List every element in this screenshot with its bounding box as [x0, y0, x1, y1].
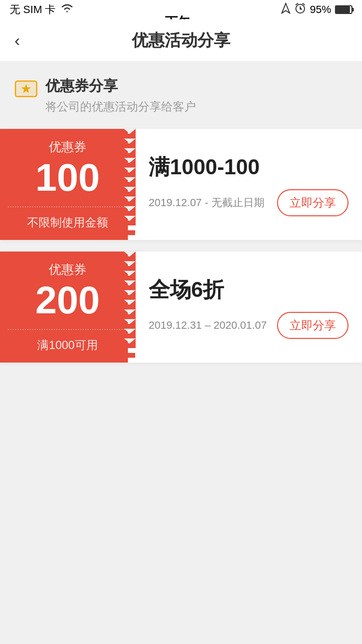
coupon-name: 满1000-100: [149, 153, 348, 182]
coupon-condition: 满1000可用: [37, 337, 97, 353]
svg-rect-10: [124, 252, 136, 348]
status-right: 95%: [281, 2, 352, 17]
share-button[interactable]: 立即分享: [277, 312, 348, 339]
status-left: 无 SIM 卡: [10, 2, 74, 17]
coupon-label: 优惠券: [49, 261, 86, 278]
coupon-card: 优惠券 200 满1000可用 全场6折 2019.12.31 – 2020.0…: [0, 252, 362, 363]
alarm-icon: [294, 2, 306, 17]
coupon-date: 2019.12.31 – 2020.01.07: [149, 319, 271, 332]
coupon-name: 全场6折: [149, 276, 348, 304]
coupon-card: 优惠券 100 不限制使用金额 满1000-100 2019.12.07 - 无…: [0, 129, 362, 240]
coupon-right: 全场6折 2019.12.31 – 2020.01.07 立即分享: [135, 252, 362, 363]
coupon-share-icon: [14, 77, 38, 100]
coupon-edge-svg: [124, 252, 136, 348]
coupon-left: 优惠券 100 不限制使用金额: [0, 129, 135, 240]
section-title: 优惠券分享: [45, 76, 196, 96]
battery-icon: [335, 5, 352, 14]
location-icon: [281, 2, 291, 17]
section-subtitle: 将公司的优惠活动分享给客户: [45, 99, 196, 114]
back-button[interactable]: ‹: [14, 31, 20, 50]
coupon-amount: 100: [35, 158, 99, 197]
section-text-block: 优惠券分享 将公司的优惠活动分享给客户: [45, 76, 196, 114]
status-bar: 无 SIM 卡 下午3:47 95%: [0, 0, 362, 19]
wifi-icon: [60, 3, 74, 16]
coupon-right: 满1000-100 2019.12.07 - 无截止日期 立即分享: [135, 129, 362, 240]
coupon-divider: [8, 207, 127, 207]
battery-percentage: 95%: [310, 3, 331, 16]
coupon-condition: 不限制使用金额: [27, 215, 108, 230]
coupon-date: 2019.12.07 - 无截止日期: [149, 196, 271, 210]
coupon-divider: [8, 329, 127, 330]
carrier-text: 无 SIM 卡: [10, 2, 56, 17]
coupon-label: 优惠券: [49, 139, 86, 155]
svg-marker-0: [282, 3, 290, 13]
coupon-meta: 2019.12.31 – 2020.01.07 立即分享: [149, 312, 348, 339]
svg-rect-7: [124, 129, 136, 225]
coupon-left: 优惠券 200 满1000可用: [0, 252, 135, 363]
coupon-meta: 2019.12.07 - 无截止日期 立即分享: [149, 189, 348, 216]
nav-bar: ‹ 优惠活动分享: [0, 19, 362, 62]
coupon-list: 优惠券 100 不限制使用金额 满1000-100 2019.12.07 - 无…: [0, 124, 362, 377]
coupon-amount: 200: [35, 281, 99, 320]
page-title: 优惠活动分享: [132, 29, 230, 52]
empty-area: [0, 377, 362, 618]
share-button[interactable]: 立即分享: [277, 189, 348, 216]
coupon-edge-svg: [124, 129, 136, 225]
section-header: 优惠券分享 将公司的优惠活动分享给客户: [0, 62, 362, 124]
